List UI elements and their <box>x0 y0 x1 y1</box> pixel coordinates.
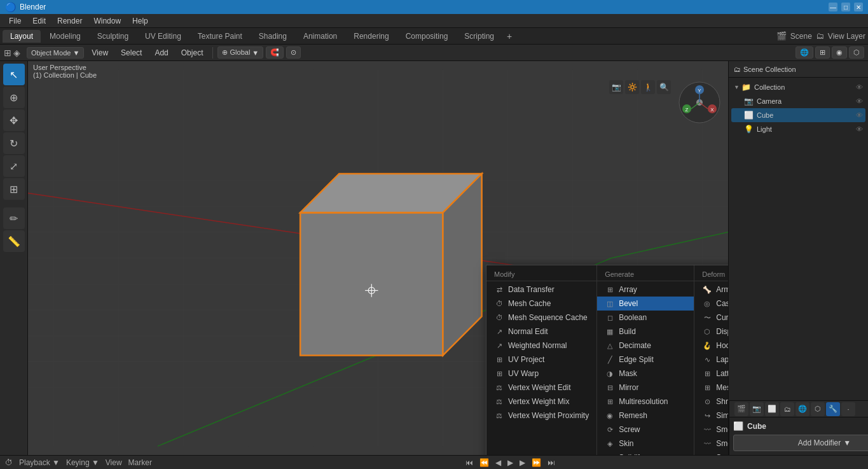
dd-item-screw[interactable]: ⟳ Screw <box>597 423 694 437</box>
world-props-icon[interactable]: 🌐 <box>796 402 809 416</box>
menu-edit[interactable]: Edit <box>27 15 51 27</box>
dd-item-uv-warp[interactable]: ⊞ UV Warp <box>486 367 596 381</box>
tool-cursor[interactable]: ⊕ <box>3 87 25 108</box>
timeline-playback-menu[interactable]: Playback ▼ <box>18 458 61 467</box>
dd-item-data-transfer[interactable]: ⇄ Data Transfer <box>486 283 596 297</box>
workspace-add-button[interactable]: + <box>503 30 516 43</box>
dd-item-normal-edit[interactable]: ↗ Normal Edit <box>486 325 596 339</box>
dd-item-simple-deform[interactable]: ↪ Simple Deform <box>694 409 728 423</box>
viewport-shading-icon[interactable]: ◈ <box>13 48 20 58</box>
minimize-button[interactable]: — <box>829 3 837 11</box>
editor-type-button[interactable]: ⊞ <box>4 48 11 58</box>
dd-item-hook[interactable]: 🪝 Hook <box>694 339 728 353</box>
tool-rotate[interactable]: ↻ <box>3 132 25 154</box>
tab-compositing[interactable]: Compositing <box>398 30 456 43</box>
render-preview-toggle[interactable]: ⬡ <box>849 46 864 59</box>
dd-item-bevel[interactable]: ◫ Bevel <box>597 297 694 311</box>
render-preview-button[interactable]: 🔆 <box>625 80 639 94</box>
output-props-icon[interactable]: ⬜ <box>765 402 779 416</box>
dd-item-smooth[interactable]: 〰 Smooth <box>694 423 728 437</box>
viewport-3d[interactable]: User Perspective (1) Collection | Cube Y… <box>28 61 728 455</box>
tab-scripting[interactable]: Scripting <box>457 30 502 43</box>
tool-select[interactable]: ↖ <box>3 64 25 85</box>
camera-visibility-icon[interactable]: 👁 <box>856 97 863 105</box>
cube-visibility-icon[interactable]: 👁 <box>856 111 863 119</box>
overlay-toggle[interactable]: 🌐 <box>796 46 813 59</box>
play-end-button[interactable]: ⏭ <box>546 458 556 467</box>
tool-transform[interactable]: ⊞ <box>3 178 25 200</box>
dd-item-lattice[interactable]: ⊞ Lattice <box>694 367 728 381</box>
modifier-props-icon[interactable]: 🔧 <box>826 402 840 416</box>
tab-uv-editing[interactable]: UV Editing <box>137 30 189 43</box>
play-next-button[interactable]: ⏩ <box>530 458 542 467</box>
snap-toggle[interactable]: 🧲 <box>266 46 284 59</box>
dd-item-vertex-weight-mix[interactable]: ⚖ Vertex Weight Mix <box>486 395 596 409</box>
menu-window[interactable]: Window <box>88 15 126 27</box>
object-menu[interactable]: Object <box>176 47 209 59</box>
menu-file[interactable]: File <box>4 15 26 27</box>
viewport-shading-toggle[interactable]: ◉ <box>832 46 847 59</box>
maximize-button[interactable]: □ <box>841 3 850 11</box>
tab-animation[interactable]: Animation <box>296 30 345 43</box>
dd-item-vertex-weight-proximity[interactable]: ⚖ Vertex Weight Proximity <box>486 409 596 423</box>
tree-item-collection[interactable]: ▼ 📁 Collection 👁 <box>731 80 865 94</box>
dd-item-curve[interactable]: 〜 Curve <box>694 311 728 325</box>
tab-shading[interactable]: Shading <box>251 30 294 43</box>
close-button[interactable]: ✕ <box>854 3 863 11</box>
dd-item-solidify[interactable]: ◧ Solidify <box>597 451 694 455</box>
timeline-keying-menu[interactable]: Keying ▼ <box>65 458 100 467</box>
scene-label[interactable]: Scene <box>790 32 812 41</box>
dd-item-weighted-normal[interactable]: ↗ Weighted Normal <box>486 339 596 353</box>
render-props-icon[interactable]: 📷 <box>750 402 764 416</box>
particles-props-icon[interactable]: · <box>841 402 855 416</box>
play-prev-frame-button[interactable]: ◀ <box>494 458 502 467</box>
menu-help[interactable]: Help <box>127 15 153 27</box>
dd-item-mesh-cache[interactable]: ⏱ Mesh Cache <box>486 297 596 311</box>
walk-navigate-button[interactable]: 🚶 <box>641 80 655 94</box>
tool-scale[interactable]: ⤢ <box>3 155 25 177</box>
add-modifier-button[interactable]: Add Modifier ▼ <box>733 435 868 451</box>
dd-item-skin[interactable]: ◈ Skin <box>597 437 694 451</box>
tool-move[interactable]: ✥ <box>3 109 25 131</box>
play-start-button[interactable]: ⏮ <box>464 458 474 467</box>
timeline-marker-menu[interactable]: Marker <box>127 458 153 467</box>
camera-view-button[interactable]: 📷 <box>609 80 623 94</box>
dd-item-edge-split[interactable]: ╱ Edge Split <box>597 353 694 367</box>
navigation-widget[interactable]: Y X Z <box>677 80 722 125</box>
timeline-view-menu[interactable]: View <box>104 458 123 467</box>
dd-item-armature[interactable]: 🦴 Armature <box>694 283 728 297</box>
dd-item-mesh-deform[interactable]: ⊞ Mesh Deform <box>694 381 728 395</box>
play-prev-button[interactable]: ⏪ <box>478 458 490 467</box>
mode-selector[interactable]: Object Mode ▼ <box>27 47 84 59</box>
tab-sculpting[interactable]: Sculpting <box>90 30 136 43</box>
dd-item-mask[interactable]: ◑ Mask <box>597 367 694 381</box>
tool-annotate[interactable]: ✏ <box>3 207 25 229</box>
light-visibility-icon[interactable]: 👁 <box>856 125 863 133</box>
dd-item-array[interactable]: ⊞ Array <box>597 283 694 297</box>
tab-texture-paint[interactable]: Texture Paint <box>190 30 250 43</box>
dd-item-build[interactable]: ▦ Build <box>597 325 694 339</box>
tree-item-light[interactable]: 💡 Light 👁 <box>731 122 865 136</box>
view-menu[interactable]: View <box>86 47 113 59</box>
dd-item-remesh[interactable]: ◉ Remesh <box>597 409 694 423</box>
play-next-frame-button[interactable]: ▶ <box>518 458 527 467</box>
transform-selector[interactable]: ⊕ Global ▼ <box>217 46 263 59</box>
dd-item-mesh-sequence-cache[interactable]: ⏱ Mesh Sequence Cache <box>486 311 596 325</box>
tree-item-cube[interactable]: ⬜ Cube 👁 <box>731 108 865 122</box>
view-layer-label[interactable]: View Layer <box>828 32 865 41</box>
dd-item-smooth-laplacian[interactable]: 〰 Smooth Laplacian <box>694 451 728 455</box>
play-button[interactable]: ▶ <box>506 458 514 467</box>
object-props-icon[interactable]: ⬡ <box>811 402 825 416</box>
scene-props-icon[interactable]: 🎬 <box>734 402 748 416</box>
dd-item-smooth-corrective[interactable]: 〰 Smooth Corrective <box>694 437 728 451</box>
proportional-edit-toggle[interactable]: ⊙ <box>286 46 301 59</box>
tool-measure[interactable]: 📏 <box>3 230 25 252</box>
add-menu[interactable]: Add <box>149 47 173 59</box>
menu-render[interactable]: Render <box>52 15 87 27</box>
tree-item-camera[interactable]: 📷 Camera 👁 <box>731 94 865 108</box>
tab-modeling[interactable]: Modeling <box>42 30 88 43</box>
dd-item-boolean[interactable]: ◻ Boolean <box>597 311 694 325</box>
dd-item-mirror[interactable]: ⊟ Mirror <box>597 381 694 395</box>
dd-item-laplacian-deform[interactable]: ∿ Laplacian Deform <box>694 353 728 367</box>
view-layer-props-icon[interactable]: 🗂 <box>780 402 794 416</box>
